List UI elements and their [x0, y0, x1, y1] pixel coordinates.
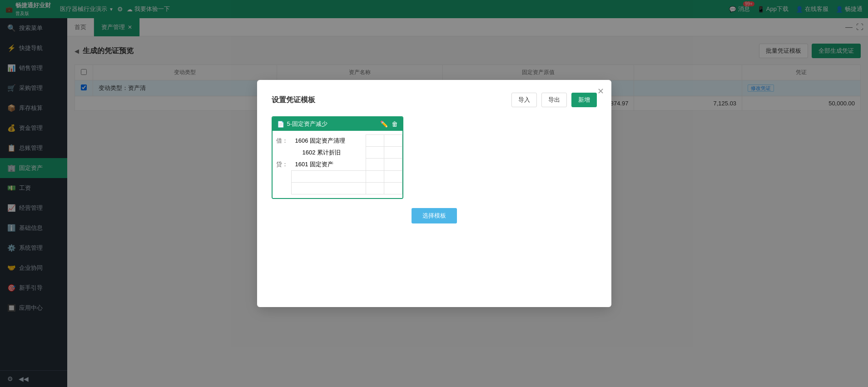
entry-debit-col-3	[366, 159, 384, 171]
template-card-header-actions: ✏️ 🗑	[380, 120, 398, 128]
entry-debit-col-2	[366, 147, 384, 159]
entry-credit-col-2	[384, 147, 402, 159]
empty-1	[273, 170, 292, 182]
empty-3	[366, 170, 384, 182]
template-entries-table: 借： 1606 固定资产清理 1602 累计折旧 贷：	[273, 134, 402, 194]
template-edit-icon[interactable]: ✏️	[380, 120, 388, 128]
modal-close-btn[interactable]: ✕	[597, 86, 604, 96]
modal-title: 设置凭证模板	[272, 95, 315, 105]
entry-code-2: 1602 累计折旧	[292, 147, 366, 159]
empty-6	[292, 182, 366, 194]
empty-7	[366, 182, 384, 194]
entry-type-label-1: 借：	[273, 135, 292, 147]
export-btn[interactable]: 导出	[541, 93, 567, 107]
entry-type-label-2	[273, 147, 292, 159]
empty-2	[292, 170, 366, 182]
modal-set-template: ✕ 设置凭证模板 导入 导出 新增 📄 5-固定资产减少 ✏️ 🗑	[257, 80, 611, 307]
entry-credit-col-1	[384, 135, 402, 147]
template-delete-icon[interactable]: 🗑	[392, 120, 398, 128]
entry-code-1: 1606 固定资产清理	[292, 135, 366, 147]
entry-code-3: 1601 固定资产	[292, 159, 366, 171]
empty-5	[273, 182, 292, 194]
select-template-btn[interactable]: 选择模板	[412, 208, 457, 223]
template-card-body: 借： 1606 固定资产清理 1602 累计折旧 贷：	[273, 131, 402, 198]
template-entry-debit-2: 1602 累计折旧	[273, 147, 402, 159]
new-btn[interactable]: 新增	[571, 93, 597, 107]
entry-credit-col-3	[384, 159, 402, 171]
modal-header-actions: 导入 导出 新增	[511, 93, 597, 107]
template-card: 📄 5-固定资产减少 ✏️ 🗑 借： 1606 固定资产清理	[272, 116, 403, 199]
entry-type-label-3: 贷：	[273, 159, 292, 171]
template-empty-row-1	[273, 170, 402, 182]
entry-debit-col-1	[366, 135, 384, 147]
import-btn[interactable]: 导入	[511, 93, 537, 107]
empty-8	[384, 182, 402, 194]
modal-body: 📄 5-固定资产减少 ✏️ 🗑 借： 1606 固定资产清理	[272, 116, 597, 223]
template-title: 5-固定资产减少	[287, 120, 328, 128]
modal-header: 设置凭证模板 导入 导出 新增	[272, 93, 597, 107]
template-entry-debit-1: 借： 1606 固定资产清理	[273, 135, 402, 147]
empty-4	[384, 170, 402, 182]
template-doc-icon: 📄	[277, 121, 284, 128]
template-entry-credit-1: 贷： 1601 固定资产	[273, 159, 402, 171]
template-empty-row-2	[273, 182, 402, 194]
template-card-header: 📄 5-固定资产减少 ✏️ 🗑	[273, 117, 402, 131]
